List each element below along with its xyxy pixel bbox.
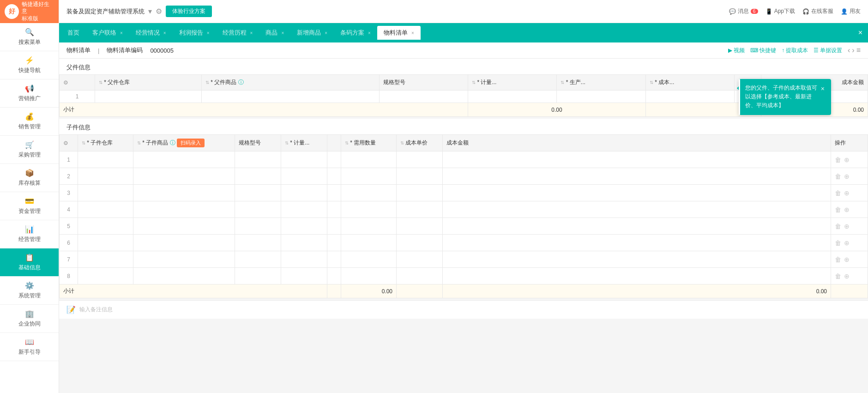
child-cell-unit-8[interactable] <box>281 268 327 284</box>
online-service-item[interactable]: 🎧 在线客服 <box>802 7 833 15</box>
parent-cell-unit[interactable] <box>468 91 557 103</box>
sidebar-item-enterprise[interactable]: 🏢 企业协同 <box>0 305 59 333</box>
child-cell-spec-5[interactable] <box>235 218 281 235</box>
child-cell-unit-7[interactable] <box>281 251 327 268</box>
menu-btn[interactable]: ≡ <box>856 46 861 54</box>
tab-new-product[interactable]: 新增商品 × <box>290 26 334 40</box>
child-cell-unitcost-1[interactable] <box>397 151 443 168</box>
sidebar-item-sales[interactable]: 💰 销售管理 <box>0 108 59 136</box>
copy-icon-4[interactable]: ⊕ <box>844 206 850 213</box>
copy-icon-7[interactable]: ⊕ <box>844 256 850 263</box>
tooltip-close-btn[interactable]: × <box>821 84 825 94</box>
trial-button[interactable]: 体验行业方案 <box>166 6 212 17</box>
child-cell-product-4[interactable] <box>133 201 235 218</box>
parent-cell-product[interactable] <box>201 91 379 103</box>
next-page-btn[interactable]: › <box>852 46 854 54</box>
child-cell-warehouse-8[interactable] <box>78 268 133 284</box>
settings-icon[interactable]: ⚙ <box>156 7 162 16</box>
child-cell-product-2[interactable] <box>133 168 235 185</box>
child-cell-unitcost-3[interactable] <box>397 185 443 201</box>
copy-icon-6[interactable]: ⊕ <box>844 239 850 247</box>
child-cell-unitcost-5[interactable] <box>397 218 443 235</box>
child-cell-product-6[interactable] <box>133 235 235 251</box>
sidebar-item-purchase[interactable]: 🛒 采购管理 <box>0 136 59 164</box>
child-cell-warehouse-5[interactable] <box>78 218 133 235</box>
scan-button[interactable]: 扫码录入 <box>177 139 205 147</box>
tab-close-operation[interactable]: × <box>163 30 166 36</box>
child-cell-spec-8[interactable] <box>235 268 281 284</box>
delete-icon-2[interactable]: 🗑 <box>835 173 841 180</box>
child-cell-unit-1[interactable] <box>281 151 327 168</box>
copy-icon-1[interactable]: ⊕ <box>844 156 850 163</box>
tab-bom[interactable]: 物料清单 × <box>377 26 421 40</box>
child-cell-spec-6[interactable] <box>235 235 281 251</box>
close-all-tabs[interactable]: × <box>855 29 866 37</box>
child-cell-spec-2[interactable] <box>235 168 281 185</box>
parent-settings-icon[interactable]: ⚙ <box>63 79 68 86</box>
sidebar-item-guide[interactable]: 📖 新手引导 <box>0 333 59 361</box>
copy-icon-5[interactable]: ⊕ <box>844 223 850 230</box>
tab-barcode[interactable]: 条码方案 × <box>334 26 377 40</box>
child-cell-unitcost-2[interactable] <box>397 168 443 185</box>
delete-icon-3[interactable]: 🗑 <box>835 189 841 197</box>
child-cell-warehouse-7[interactable] <box>78 251 133 268</box>
copy-icon-3[interactable]: ⊕ <box>844 189 850 197</box>
parent-cell-warehouse[interactable] <box>95 91 201 103</box>
tab-operation-status[interactable]: 经营情况 × <box>129 26 173 40</box>
note-placeholder[interactable]: 输入备注信息 <box>79 306 113 314</box>
sidebar-item-basic-info[interactable]: 📋 基础信息 <box>0 248 59 277</box>
child-cell-quantity-4[interactable] <box>341 201 397 218</box>
sidebar-item-system[interactable]: ⚙️ 系统管理 <box>0 277 59 305</box>
child-cell-warehouse-3[interactable] <box>78 185 133 201</box>
child-cell-warehouse-6[interactable] <box>78 235 133 251</box>
delete-icon-1[interactable]: 🗑 <box>835 156 841 163</box>
child-cell-product-3[interactable] <box>133 185 235 201</box>
child-cell-unitcost-8[interactable] <box>397 268 443 284</box>
child-cell-quantity-2[interactable] <box>341 168 397 185</box>
child-cell-warehouse-2[interactable] <box>78 168 133 185</box>
tab-close-profit[interactable]: × <box>207 30 210 36</box>
delete-icon-7[interactable]: 🗑 <box>835 256 841 263</box>
child-cell-quantity-1[interactable] <box>341 151 397 168</box>
tab-customer[interactable]: 客户联络 × <box>86 26 129 40</box>
system-dropdown-icon[interactable]: ▾ <box>148 7 152 16</box>
sidebar-item-operation[interactable]: 📊 经营管理 <box>0 220 59 248</box>
sidebar-item-quick-nav[interactable]: ⚡ 快捷导航 <box>0 51 59 79</box>
child-cell-unit-5[interactable] <box>281 218 327 235</box>
tab-home[interactable]: 首页 <box>61 26 86 40</box>
tab-close-barcode[interactable]: × <box>368 30 371 36</box>
tab-close-bom[interactable]: × <box>411 30 414 36</box>
child-cell-unit-3[interactable] <box>281 185 327 201</box>
child-settings-icon[interactable]: ⚙ <box>63 140 68 146</box>
tab-close-product[interactable]: × <box>281 30 284 36</box>
shortcut-action[interactable]: ⌨ 快捷键 <box>750 47 776 54</box>
tab-close-history[interactable]: × <box>250 30 253 36</box>
child-cell-unit-6[interactable] <box>281 235 327 251</box>
child-cell-quantity-5[interactable] <box>341 218 397 235</box>
message-item[interactable]: 💬 消息 6 <box>729 7 758 15</box>
child-cell-product-5[interactable] <box>133 218 235 235</box>
child-cell-unitcost-7[interactable] <box>397 251 443 268</box>
single-setting-action[interactable]: ☰ 单据设置 <box>814 47 842 54</box>
tab-close-new-product[interactable]: × <box>325 30 327 36</box>
child-cell-quantity-3[interactable] <box>341 185 397 201</box>
delete-icon-6[interactable]: 🗑 <box>835 239 841 247</box>
user-item[interactable]: 👤 用友 <box>841 7 861 15</box>
child-cell-spec-4[interactable] <box>235 201 281 218</box>
delete-icon-4[interactable]: 🗑 <box>835 206 841 213</box>
app-download-item[interactable]: 📱 App下载 <box>766 7 795 15</box>
child-cell-product-1[interactable] <box>133 151 235 168</box>
child-cell-product-8[interactable] <box>133 268 235 284</box>
child-cell-product-7[interactable] <box>133 251 235 268</box>
child-cell-unit-4[interactable] <box>281 201 327 218</box>
copy-icon-8[interactable]: ⊕ <box>844 272 850 280</box>
parent-cell-production[interactable] <box>557 91 645 103</box>
video-action[interactable]: ▶ 视频 <box>728 47 745 54</box>
child-cell-unitcost-4[interactable] <box>397 201 443 218</box>
child-cell-warehouse-4[interactable] <box>78 201 133 218</box>
child-cell-quantity-8[interactable] <box>341 268 397 284</box>
parent-cell-spec[interactable] <box>379 91 468 103</box>
copy-icon-2[interactable]: ⊕ <box>844 173 850 180</box>
sidebar-item-marketing[interactable]: 📢 营销推广 <box>0 79 59 108</box>
child-cell-spec-1[interactable] <box>235 151 281 168</box>
